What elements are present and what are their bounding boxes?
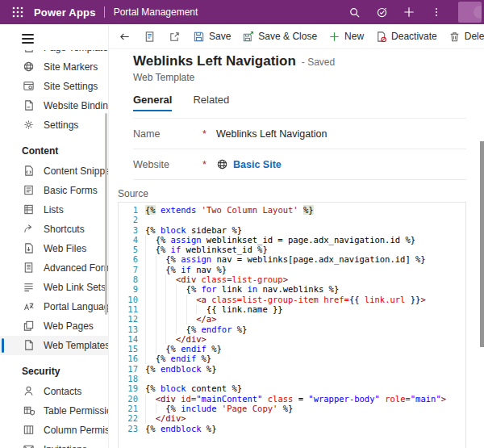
line-number: 19 bbox=[119, 383, 145, 393]
code-line-2[interactable]: 2 bbox=[119, 215, 465, 224]
tab-general[interactable]: General bbox=[133, 94, 172, 111]
code-line-15[interactable]: 15{% endif %} bbox=[119, 344, 465, 354]
add-icon[interactable] bbox=[398, 0, 419, 24]
code-text: <a class=list-group-item href={{ link.ur… bbox=[145, 295, 426, 304]
indent-guide bbox=[145, 284, 156, 294]
indent-guide bbox=[145, 413, 156, 423]
code-text: {% endblock %} bbox=[145, 364, 217, 374]
line-number: 18 bbox=[119, 374, 145, 383]
name-field-value[interactable]: Weblinks Left Navigation bbox=[216, 128, 327, 140]
sidebar-item-web-templates[interactable]: Web Templates bbox=[0, 336, 108, 355]
page-scrollbar-thumb[interactable] bbox=[480, 141, 484, 347]
form-icon bbox=[22, 184, 35, 197]
sidebar-item-page-templates[interactable]: Page Templates bbox=[0, 50, 108, 57]
code-line-10[interactable]: 10<a class=list-group-item href={{ link.… bbox=[119, 295, 465, 304]
code-line-9[interactable]: 9{% for link in nav.weblinks %} bbox=[119, 284, 465, 294]
sidebar-item-lists[interactable]: Lists bbox=[0, 200, 108, 220]
line-number: 6 bbox=[119, 254, 145, 264]
save-button[interactable]: Save bbox=[187, 25, 236, 48]
sidebar-item-web-files[interactable]: Web Files bbox=[0, 239, 108, 258]
sidebar-item-label: Table Permissions bbox=[44, 405, 109, 417]
code-line-4[interactable]: 4{% assign weblinkset_id = page.adx_navi… bbox=[119, 235, 465, 245]
doc-corner-icon bbox=[22, 99, 35, 112]
code-line-8[interactable]: 8<div class=list-group> bbox=[119, 274, 465, 284]
indent-guide bbox=[145, 254, 156, 264]
sidebar-item-contacts[interactable]: Contacts bbox=[0, 382, 108, 401]
code-line-11[interactable]: 11{{ link.name }} bbox=[119, 304, 465, 314]
sidebar-item-web-pages[interactable]: Web Pages bbox=[0, 316, 108, 336]
code-line-23[interactable]: 23{% endblock %} bbox=[119, 424, 465, 433]
delete-label: Delete bbox=[465, 31, 484, 42]
sidebar-item-settings[interactable]: Settings bbox=[0, 115, 108, 135]
code-line-21[interactable]: 21{% include 'Page Copy' %} bbox=[119, 404, 465, 413]
sidebar-scrollbar[interactable] bbox=[105, 113, 107, 315]
code-line-5[interactable]: 5{% if weblinkset_id %} bbox=[119, 245, 465, 254]
sidebar-item-web-link-sets[interactable]: Web Link Sets bbox=[0, 278, 108, 297]
code-line-19[interactable]: 19{% block content %} bbox=[119, 383, 465, 393]
code-line-20[interactable]: 20<div id="mainContent" class = "wrapper… bbox=[119, 394, 465, 404]
deactivate-label: Deactivate bbox=[391, 31, 437, 42]
person-icon bbox=[22, 385, 35, 398]
code-line-3[interactable]: 3{% block sidebar %} bbox=[119, 225, 465, 235]
sidebar-item-label: Advanced Forms bbox=[44, 262, 109, 274]
name-field-row: Name * Weblinks Left Navigation bbox=[133, 119, 466, 149]
delete-button[interactable]: Delete bbox=[443, 25, 484, 48]
sidebar-item-invitations[interactable]: Invitations bbox=[0, 440, 108, 448]
save-and-close-button[interactable]: Save & Close bbox=[236, 25, 323, 48]
line-number: 14 bbox=[119, 334, 145, 344]
search-icon[interactable] bbox=[344, 0, 365, 24]
code-line-6[interactable]: 6{% assign nav = weblinks[page.adx_navig… bbox=[119, 254, 465, 264]
indent-guide bbox=[145, 274, 156, 284]
form-selector-icon[interactable] bbox=[137, 25, 162, 48]
indent-guide bbox=[145, 334, 156, 344]
sidebar-item-portal-languages[interactable]: Portal Languages bbox=[0, 297, 108, 316]
code-line-18[interactable]: 18 bbox=[119, 374, 465, 383]
sidebar-item-site-settings[interactable]: Site Settings bbox=[0, 77, 108, 96]
code-line-13[interactable]: 13{% endfor %} bbox=[119, 324, 465, 334]
code-line-17[interactable]: 17{% endblock %} bbox=[119, 364, 465, 374]
sidebar-item-basic-forms[interactable]: Basic Forms bbox=[0, 181, 108, 200]
code-line-16[interactable]: 16{% endif %} bbox=[119, 354, 465, 363]
sidebar-item-shortcuts[interactable]: Shortcuts bbox=[0, 220, 108, 239]
code-line-7[interactable]: 7{% if nav %} bbox=[119, 265, 465, 274]
sidebar-item-column-permissio[interactable]: Column Permissio… bbox=[0, 421, 108, 440]
indent-guide bbox=[165, 304, 176, 314]
sidebar-item-content-snippets[interactable]: Content Snippets bbox=[0, 161, 108, 181]
new-button[interactable]: New bbox=[323, 25, 369, 48]
environment-name[interactable]: Portal Management bbox=[114, 6, 198, 18]
waffle-icon[interactable] bbox=[6, 0, 29, 24]
sidebar-item-table-permissions[interactable]: Table Permissions bbox=[0, 401, 108, 421]
sidebar-item-label: Web Pages bbox=[44, 320, 94, 332]
required-asterisk: * bbox=[202, 159, 214, 170]
sidebar-item-website-bindings[interactable]: Website Bindings bbox=[0, 96, 108, 115]
globe-icon bbox=[22, 61, 35, 73]
indent-guide bbox=[145, 245, 156, 254]
app-title[interactable]: Power Apps bbox=[34, 6, 96, 19]
environment-check-icon[interactable] bbox=[371, 0, 392, 24]
code-line-12[interactable]: 12</a> bbox=[119, 314, 465, 324]
line-number: 23 bbox=[119, 424, 145, 433]
sidebar-item-site-markers[interactable]: Site Markers bbox=[0, 57, 108, 77]
code-line-14[interactable]: 14</div> bbox=[119, 334, 465, 344]
hamburger-icon[interactable] bbox=[22, 34, 34, 44]
popout-icon[interactable] bbox=[162, 25, 187, 48]
source-code-editor[interactable]: 1{% extends 'Two Column Layout' %}23{% b… bbox=[118, 202, 466, 448]
code-text: {% endif %} bbox=[145, 344, 222, 354]
code-text: {% if weblinkset_id %} bbox=[145, 245, 268, 254]
code-text: {% endfor %} bbox=[145, 324, 247, 334]
code-line-1[interactable]: 1{% extends 'Two Column Layout' %} bbox=[119, 205, 465, 215]
sidebar-item-label: Web Link Sets bbox=[44, 282, 106, 293]
avatar[interactable] bbox=[458, 2, 482, 23]
tab-related[interactable]: Related bbox=[193, 94, 229, 111]
sidebar-item-label: Portal Languages bbox=[44, 301, 109, 312]
page-scrollbar[interactable] bbox=[479, 48, 484, 448]
code-line-22[interactable]: 22</div> bbox=[119, 413, 465, 423]
deactivate-button[interactable]: Deactivate bbox=[369, 25, 443, 48]
back-button[interactable] bbox=[112, 25, 137, 48]
website-lookup-value[interactable]: Basic Site bbox=[216, 158, 282, 170]
save-label: Save bbox=[209, 31, 231, 42]
sidebar-item-advanced-forms[interactable]: Advanced Forms bbox=[0, 258, 108, 278]
indent-guide bbox=[196, 304, 207, 314]
sidebar-item-label: Settings bbox=[44, 119, 78, 131]
more-options-icon[interactable] bbox=[426, 0, 447, 24]
